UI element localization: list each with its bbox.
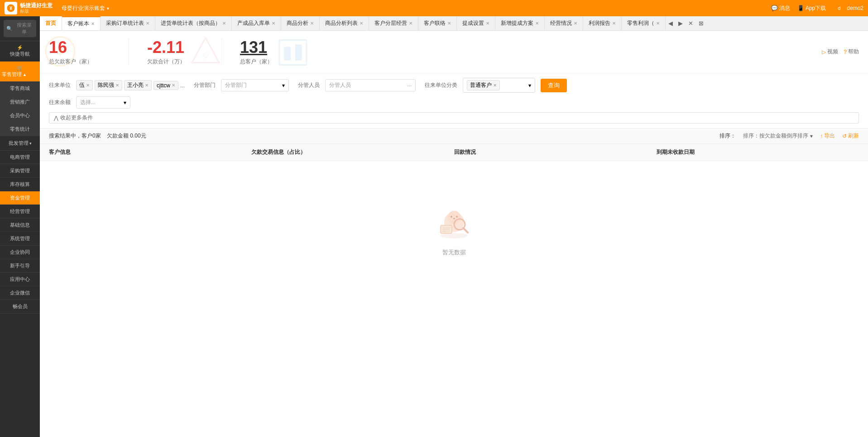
top-actions: ▷ 视频 ? 帮助: [822, 48, 859, 56]
sidebar-item-retail[interactable]: 🛒 零售管理 ▲: [0, 62, 40, 82]
sidebar-item-operations[interactable]: 经营管理: [0, 205, 40, 218]
tab-nav-next[interactable]: ▶: [676, 20, 686, 27]
sidebar-item-newbie[interactable]: 新手引导: [0, 259, 40, 273]
sidebar-item-wholesale[interactable]: 批发管理▾: [0, 136, 40, 151]
tab-product-analysis[interactable]: 商品分析 ✕: [281, 16, 320, 31]
tab-close-icon[interactable]: ✕: [146, 21, 149, 26]
sidebar-item-search[interactable]: 🔍 搜索菜单: [0, 16, 40, 41]
download-icon: 📱: [797, 5, 804, 11]
account-dropdown[interactable]: 母婴行业演示账套 ▾: [62, 5, 109, 12]
category-select[interactable]: 普通客户 ✕ ▾: [463, 78, 535, 93]
dept-select[interactable]: 分管部门 ▾: [221, 79, 289, 91]
tab-customer-account[interactable]: 客户账本 ✕: [62, 16, 101, 31]
col-header-debt: 欠款交易信息（占比）: [251, 148, 454, 156]
user-avatar[interactable]: d demo2: [833, 2, 863, 14]
tab-close-icon[interactable]: ✕: [535, 21, 539, 26]
tab-home[interactable]: 首页: [40, 16, 62, 31]
col-header-customer: 客户信息: [49, 148, 251, 156]
stat-bg-icon-total: [277, 35, 309, 68]
sidebar-item-app-center[interactable]: 应用中心: [0, 273, 40, 286]
sidebar-item-ecommerce[interactable]: 电商管理: [0, 151, 40, 164]
search-icon: 🔍: [6, 26, 13, 32]
stat-label-debt: 欠款合计（万）: [147, 58, 185, 66]
collapse-icon: ⋀: [54, 115, 58, 121]
sidebar-item-enterprise-wechat[interactable]: 企业微信: [0, 286, 40, 300]
tab-close-icon[interactable]: ✕: [272, 21, 275, 26]
sidebar-item-quick-nav[interactable]: ⚡ 快捷导航: [0, 41, 40, 62]
message-icon: 💬: [771, 5, 778, 11]
tab-profit-report[interactable]: 利润报告 ✕: [583, 16, 622, 31]
remove-tag-cjttcw[interactable]: ✕: [172, 83, 175, 88]
result-actions: 排序： 排序：按欠款金额倒序排序 ▾ ↑ 导出 ↺ 刷新: [719, 132, 859, 140]
refresh-icon: ↺: [842, 133, 847, 139]
tab-product-analysis-list[interactable]: 商品分析列表 ✕: [320, 16, 369, 31]
refresh-btn[interactable]: ↺ 刷新: [842, 132, 859, 140]
tab-close-icon[interactable]: ✕: [310, 21, 314, 26]
svg-rect-7: [284, 47, 291, 60]
tab-commission-settings[interactable]: 提成设置 ✕: [457, 16, 495, 31]
message-btn[interactable]: 💬 消息: [771, 5, 790, 12]
sidebar-item-retail-mall[interactable]: 零售商城: [0, 82, 40, 95]
filter-tag-wang: 王小亮 ✕: [124, 80, 152, 90]
tab-retail-profit[interactable]: 零售利润（ ✕: [622, 16, 666, 31]
remove-tag-common[interactable]: ✕: [493, 83, 497, 88]
result-bar: 搜索结果中，客户0家 欠款金额 0.00元 排序： 排序：按欠款金额倒序排序 ▾…: [40, 128, 868, 144]
tab-customer-contact[interactable]: 客户联络 ✕: [418, 16, 457, 31]
home-tab-label: 首页: [45, 19, 56, 27]
remove-tag-wu[interactable]: ✕: [86, 83, 90, 88]
tab-customer-tier[interactable]: 客户分层经营 ✕: [369, 16, 418, 31]
tab-product-inbound[interactable]: 产成品入库单 ✕: [232, 16, 281, 31]
tab-close-icon[interactable]: ✕: [409, 21, 412, 26]
logo-text: 畅捷通好生意: [20, 2, 53, 9]
tab-operations[interactable]: 经营情况 ✕: [545, 16, 583, 31]
svg-point-14: [453, 218, 455, 219]
video-btn[interactable]: ▷ 视频: [822, 48, 838, 56]
stat-block-customers: ¥ 16 总欠款客户（家）: [49, 38, 129, 66]
tab-close-icon[interactable]: ✕: [656, 21, 660, 26]
stat-bg-icon-customers: ¥: [44, 35, 76, 68]
tab-nav-expand[interactable]: ⊠: [696, 20, 706, 27]
result-info: 搜索结果中，客户0家 欠款金额 0.00元: [49, 132, 146, 140]
sidebar-item-member[interactable]: 会员中心: [0, 109, 40, 123]
person-select[interactable]: 分管人员 ···: [325, 79, 416, 91]
tab-purchase-order[interactable]: 采购订单统计表 ✕: [101, 16, 155, 31]
filter-row-1: 往来单位 伍 ✕ 陈民强 ✕ 王小亮: [49, 78, 859, 93]
query-button[interactable]: 查询: [541, 79, 567, 92]
tab-nav-close-all[interactable]: ✕: [686, 20, 696, 27]
export-btn[interactable]: ↑ 导出: [820, 132, 835, 140]
tab-inbound-stats[interactable]: 进货单统计表（按商品） ✕: [155, 16, 232, 31]
tab-close-icon[interactable]: ✕: [612, 21, 616, 26]
sidebar-item-basic-info[interactable]: 基础信息: [0, 218, 40, 232]
col-header-repay: 回款情况: [454, 148, 657, 156]
collapse-button[interactable]: ⋀ 收起更多条件: [49, 112, 859, 124]
sidebar-item-member2[interactable]: 畅会员: [0, 300, 40, 314]
tab-close-icon[interactable]: ✕: [574, 21, 577, 26]
sidebar-item-marketing[interactable]: 营销推广: [0, 95, 40, 109]
export-icon: ↑: [820, 133, 823, 139]
stat-label-total: 总客户（家）: [240, 58, 273, 66]
remove-tag-wang[interactable]: ✕: [145, 83, 149, 88]
help-icon: ?: [844, 49, 847, 55]
sidebar-item-inventory[interactable]: 库存核算: [0, 178, 40, 191]
sidebar-item-enterprise[interactable]: 企业协同: [0, 246, 40, 259]
balance-select[interactable]: 选择... ▾: [76, 96, 130, 109]
tab-nav-prev[interactable]: ◀: [666, 20, 676, 27]
sidebar-item-system[interactable]: 系统管理: [0, 232, 40, 246]
tab-close-icon[interactable]: ✕: [91, 21, 95, 26]
tab-close-icon[interactable]: ✕: [486, 21, 489, 26]
stat-block-debt: ◇ -2.11 欠款合计（万）: [147, 38, 222, 66]
sidebar-item-retail-stats[interactable]: 零售统计: [0, 123, 40, 136]
tab-new-commission[interactable]: 新增提成方案 ✕: [495, 16, 545, 31]
svg-text:◇: ◇: [202, 50, 209, 59]
filter-more-btn[interactable]: ...: [180, 82, 185, 89]
sort-select[interactable]: 排序：按欠款金额倒序排序 ▾: [743, 132, 813, 140]
tab-close-icon[interactable]: ✕: [447, 21, 451, 26]
filter-row-2: 往来余额 选择... ▾: [49, 96, 859, 109]
tab-close-icon[interactable]: ✕: [360, 21, 363, 26]
app-download-btn[interactable]: 📱 App下载: [797, 5, 826, 12]
tab-close-icon[interactable]: ✕: [222, 21, 226, 26]
help-btn[interactable]: ? 帮助: [844, 48, 859, 56]
sidebar-item-purchase[interactable]: 采购管理: [0, 164, 40, 178]
remove-tag-chen[interactable]: ✕: [115, 83, 119, 88]
sidebar-item-finance[interactable]: 资金管理: [0, 191, 40, 205]
